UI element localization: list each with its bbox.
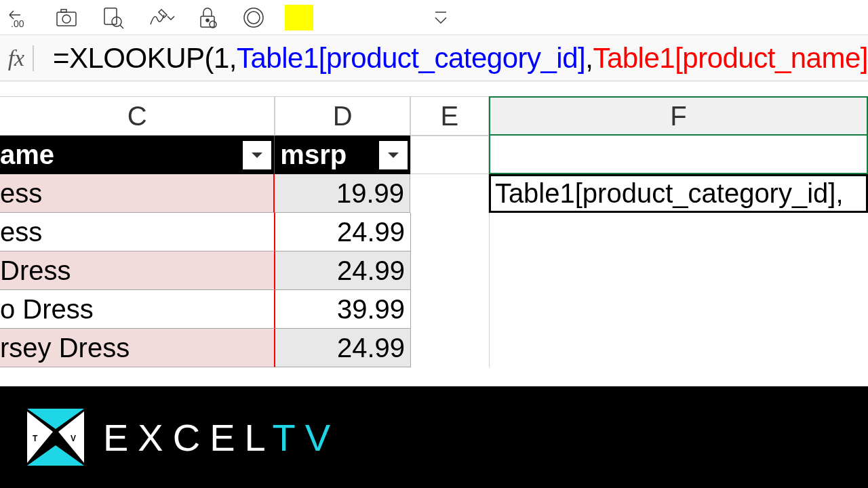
- dropdown-caret-icon[interactable]: [165, 12, 176, 23]
- cell-e-header[interactable]: [410, 136, 489, 174]
- formula-bar: fx =XLOOKUP(1,Table1[product_category_id…: [0, 35, 868, 81]
- cell-name[interactable]: o Dress: [0, 290, 275, 329]
- cell-e[interactable]: [411, 329, 490, 367]
- cell-name[interactable]: Dress: [0, 251, 275, 290]
- svg-rect-4: [104, 8, 117, 24]
- table-row: ess24.99: [0, 213, 868, 251]
- table-row: ess19.99Table1[product_category_id],: [0, 174, 868, 213]
- cell-msrp[interactable]: 24.99: [275, 251, 411, 290]
- column-headers: C D E F: [0, 96, 868, 136]
- cell-name[interactable]: ess: [0, 213, 275, 251]
- svg-rect-1: [57, 12, 76, 26]
- col-header-d[interactable]: D: [275, 96, 410, 136]
- decrease-decimal-icon[interactable]: .00: [5, 4, 35, 31]
- brand-text: EXCELTV: [103, 415, 340, 460]
- cell-e[interactable]: [411, 290, 490, 329]
- cell-e[interactable]: [411, 213, 490, 251]
- active-cell-f[interactable]: Table1[product_category_id],: [489, 174, 868, 213]
- cell-e[interactable]: [411, 251, 490, 290]
- shape-circle-icon[interactable]: [239, 4, 269, 31]
- svg-point-2: [62, 15, 71, 23]
- cell-name[interactable]: rsey Dress: [0, 329, 275, 367]
- cell-e[interactable]: [410, 174, 489, 213]
- svg-line-6: [120, 25, 123, 28]
- overflow-icon[interactable]: [426, 4, 456, 31]
- col-header-f[interactable]: F: [489, 96, 868, 136]
- table-header-name: ame: [0, 136, 275, 174]
- cell-name[interactable]: ess: [0, 174, 275, 213]
- table-header-row: ame msrp: [0, 136, 868, 174]
- svg-point-10: [244, 8, 263, 27]
- svg-point-11: [248, 12, 260, 24]
- paste-preview-icon[interactable]: [98, 4, 127, 31]
- svg-text:V: V: [71, 434, 76, 443]
- filter-button-name[interactable]: [243, 141, 271, 169]
- cell-msrp[interactable]: 19.99: [275, 174, 410, 213]
- filter-button-msrp[interactable]: [379, 141, 408, 169]
- cell-f-header[interactable]: [489, 136, 868, 174]
- fx-label[interactable]: fx: [0, 45, 34, 71]
- table-row: rsey Dress24.99: [0, 329, 868, 367]
- camera-icon[interactable]: [52, 4, 81, 31]
- footer-banner: T V EXCELTV: [0, 386, 868, 488]
- svg-point-8: [206, 19, 209, 22]
- table-row: Dress24.99: [0, 251, 868, 290]
- cell-msrp[interactable]: 39.99: [275, 290, 411, 329]
- col-header-c[interactable]: C: [0, 96, 275, 136]
- lock-person-icon[interactable]: [193, 4, 222, 31]
- exceltv-logo-icon: T V: [27, 409, 84, 466]
- svg-rect-3: [61, 9, 66, 12]
- cell-msrp[interactable]: 24.99: [275, 329, 411, 367]
- table-header-msrp: msrp: [275, 136, 410, 174]
- cell-msrp[interactable]: 24.99: [275, 213, 411, 251]
- svg-text:.00: .00: [11, 18, 24, 29]
- fill-color-swatch[interactable]: [285, 5, 313, 30]
- formula-input[interactable]: =XLOOKUP(1,Table1[product_category_id],T…: [34, 42, 868, 75]
- toolbar: .00: [0, 0, 868, 35]
- table-row: o Dress39.99: [0, 290, 868, 329]
- spreadsheet-grid: C D E F ame msrp ess19.99Table1[product_…: [0, 96, 868, 367]
- svg-text:T: T: [33, 434, 38, 443]
- col-header-e[interactable]: E: [410, 96, 489, 136]
